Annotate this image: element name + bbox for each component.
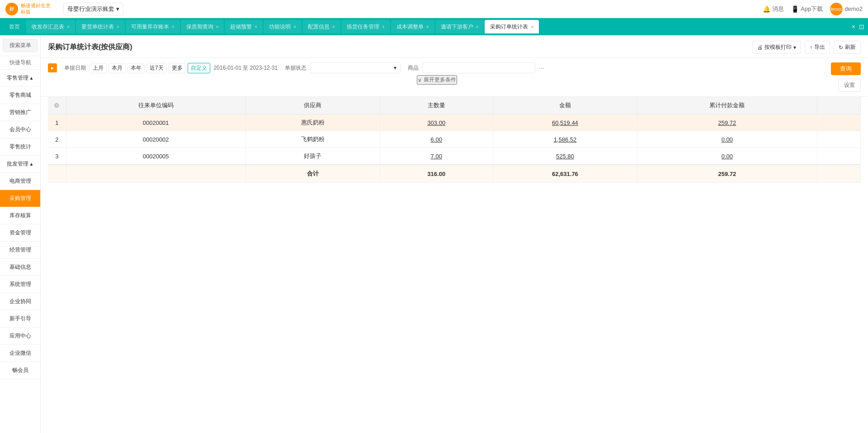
date-btn-more[interactable]: 更多 [169, 63, 186, 73]
message-btn[interactable]: 消息 [763, 5, 784, 13]
sidebar-item-finance[interactable]: 资金管理 [0, 224, 40, 242]
date-btn-last-month[interactable]: 上月 [90, 63, 107, 73]
filter-toggle-btn[interactable]: ▸ [48, 63, 57, 72]
tab-yaohuo[interactable]: 要货单统计表 × [76, 20, 125, 33]
search-menu-btn[interactable]: 搜索菜单 [3, 39, 38, 52]
row-paid[interactable]: 0.00 [637, 148, 817, 165]
close-icon[interactable]: × [216, 24, 219, 29]
maximize-btn[interactable]: ⊡ [859, 23, 864, 30]
app-download-label: App下载 [801, 5, 823, 13]
row-amount[interactable]: 1,586.52 [493, 131, 637, 148]
row-index: 2 [48, 131, 66, 148]
company-selector[interactable]: 母婴行业演示账套 [63, 3, 123, 15]
print-btn[interactable]: 🖨 按模板打印 ▾ [752, 41, 801, 54]
tab-shoufa[interactable]: 收发存汇总表 × [26, 20, 75, 33]
close-icon[interactable]: × [426, 24, 429, 29]
row-extra [817, 114, 860, 131]
sidebar-item-members[interactable]: 会员中心 [0, 121, 40, 138]
app-download-btn[interactable]: App下载 [791, 5, 823, 13]
row-qty[interactable]: 6.00 [380, 131, 493, 148]
export-btn[interactable]: ↑ 导出 [805, 41, 830, 54]
sidebar-item-marketing[interactable]: 营销推广 [0, 104, 40, 121]
expand-more-btn[interactable]: ∨ 展开更多条件 [417, 75, 457, 85]
tab-peizhi[interactable]: 配置信息 × [302, 20, 340, 33]
sidebar-item-system[interactable]: 系统管理 [0, 276, 40, 293]
settings-btn[interactable]: 设置 [838, 79, 861, 92]
filter-goods-group: 商品 ··· [408, 62, 544, 73]
username-label: demo2 [844, 5, 863, 12]
sidebar-item-newbie[interactable]: 新手引导 [0, 310, 40, 328]
row-amount[interactable]: 60,519.44 [493, 114, 637, 131]
date-btn-custom[interactable]: 自定义 [188, 63, 210, 73]
top-bar-right: 消息 App下载 demo2 demo2 [763, 3, 863, 15]
query-btn[interactable]: 查询 [831, 62, 861, 75]
close-icon[interactable]: × [67, 24, 70, 29]
row-qty[interactable]: 303.00 [380, 114, 493, 131]
sidebar-item-ecommerce[interactable]: 电商管理 [0, 173, 40, 190]
close-icon[interactable]: × [255, 24, 257, 29]
tab-baoxian[interactable]: 保质期查询 × [181, 20, 224, 33]
table-settings-col[interactable]: ⚙ [48, 97, 66, 114]
close-icon[interactable]: × [332, 24, 335, 29]
tab-chengben[interactable]: 成本调整单 × [391, 20, 434, 33]
sidebar-item-wechat[interactable]: 企业微信 [0, 345, 40, 362]
close-icon[interactable]: × [172, 24, 175, 29]
logo-text: 畅捷通好生意 标版 [21, 3, 51, 14]
user-avatar-btn[interactable]: demo2 demo2 [830, 3, 863, 15]
table-row[interactable]: 3 00020005 好孩子 7.00 525.80 0.00 [48, 148, 861, 165]
refresh-btn[interactable]: ↻ 刷新 [834, 41, 861, 54]
tab-chaochu[interactable]: 超储预警 × [225, 20, 263, 33]
sidebar-item-enterprise[interactable]: 企业协同 [0, 293, 40, 310]
date-btn-this-month[interactable]: 本月 [108, 63, 126, 73]
sidebar-item-wholesale[interactable]: 批发管理 ▲ [0, 156, 40, 173]
date-btn-7days[interactable]: 近7天 [146, 63, 167, 73]
status-select[interactable]: ▾ [310, 62, 401, 73]
settings-icon[interactable]: ⚙ [54, 102, 60, 109]
row-paid[interactable]: 259.72 [637, 114, 817, 131]
sidebar-item-retail-stat[interactable]: 零售统计 [0, 138, 40, 156]
sidebar-item-inventory[interactable]: 库存核算 [0, 207, 40, 224]
table-row[interactable]: 1 00020001 惠氏奶粉 303.00 60,519.44 259.72 [48, 114, 861, 131]
sidebar-item-purchase[interactable]: 采购管理 [0, 190, 40, 207]
chevron-down-icon: ▲ [29, 76, 34, 81]
row-paid[interactable]: 0.00 [637, 131, 817, 148]
sidebar-item-operation[interactable]: 经营管理 [0, 242, 40, 259]
table-row[interactable]: 2 00020002 飞鹤奶粉 6.00 1,586.52 0.00 [48, 131, 861, 148]
sidebar-item-appstore[interactable]: 应用中心 [0, 328, 40, 345]
footer-total-label: 合计 [245, 165, 380, 183]
close-icon[interactable]: × [117, 24, 119, 29]
main-layout: 搜索菜单 快捷导航 零售管理 ▲ 零售商城 营销推广 会员中心 零售统计 批发管… [0, 35, 868, 433]
close-icon[interactable]: × [382, 24, 385, 29]
row-qty[interactable]: 7.00 [380, 148, 493, 165]
sidebar-item-vip[interactable]: 畅会员 [0, 362, 40, 379]
close-icon[interactable]: × [476, 24, 479, 29]
close-icon[interactable]: × [293, 24, 296, 29]
tab-keyong[interactable]: 可用量库存账本 × [126, 20, 180, 33]
top-bar-left: 好 畅捷通好生意 标版 母婴行业演示账套 [5, 3, 123, 15]
col-header-extra [817, 97, 860, 114]
filter-section: ▸ 单据日期 上月 本月 本年 近7天 更多 自定义 2016-0 [48, 62, 861, 92]
sidebar-item-basic[interactable]: 基础信息 [0, 259, 40, 276]
export-icon: ↑ [810, 44, 812, 51]
goods-input[interactable] [422, 62, 535, 73]
sidebar-item-retail-shop[interactable]: 零售商城 [0, 87, 40, 104]
bell-icon [763, 5, 770, 13]
page-header: 采购订单统计表(按供应商) 🖨 按模板打印 ▾ ↑ 导出 ↻ 刷新 [41, 35, 868, 58]
close-all-btn[interactable]: × [852, 23, 855, 30]
sidebar: 搜索菜单 快捷导航 零售管理 ▲ 零售商城 营销推广 会员中心 零售统计 批发管… [0, 35, 41, 433]
close-icon[interactable]: × [531, 24, 533, 29]
row-amount[interactable]: 525.80 [493, 148, 637, 165]
tab-caigou[interactable]: 采购订单统计表 × [485, 20, 539, 33]
tab-home[interactable]: 首页 [4, 20, 25, 33]
tab-zhehuo[interactable]: 拣货任务管理 × [341, 20, 390, 33]
expand-icon: ∨ [418, 77, 422, 83]
quick-nav-btn[interactable]: 快捷导航 [0, 56, 40, 70]
tab-gongneng[interactable]: 功能说明 × [264, 20, 302, 33]
more-icon[interactable]: ··· [539, 64, 544, 71]
date-btn-this-year[interactable]: 本年 [127, 63, 145, 73]
tab-yaoqing[interactable]: 邀请下游客户 × [435, 20, 484, 33]
sidebar-item-retail[interactable]: 零售管理 ▲ [0, 70, 40, 87]
data-table: ⚙ 往来单位编码 供应商 主数量 金额 累计付款金额 1 00020001 [48, 97, 861, 183]
logo-area: 好 畅捷通好生意 标版 [5, 3, 51, 15]
footer-amount: 62,631.76 [493, 165, 637, 183]
